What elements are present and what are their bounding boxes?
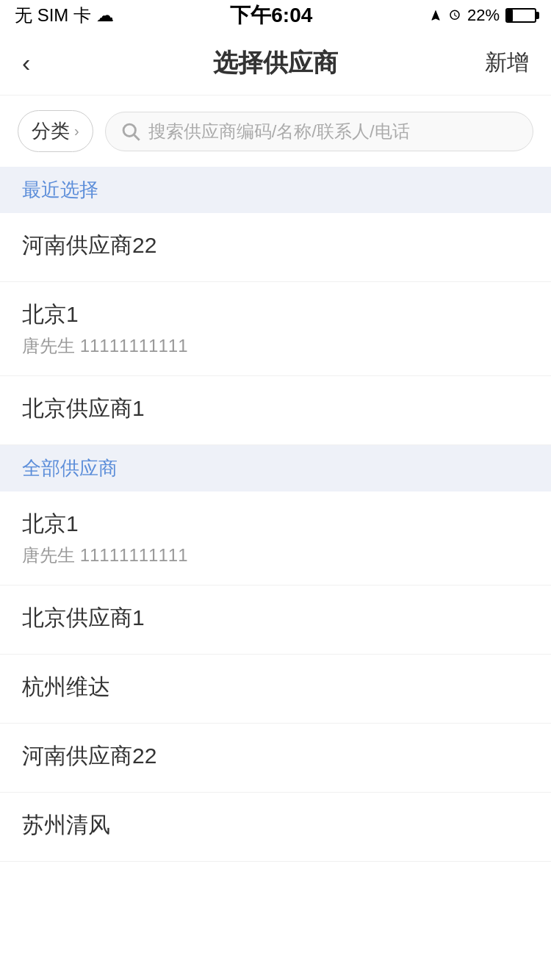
filter-row: 分类 › 搜索供应商编码/名称/联系人/电话	[0, 96, 551, 167]
item-name: 北京1	[22, 300, 529, 330]
status-bar: 无 SIM 卡 ☁ 下午6:04 22%	[0, 0, 551, 31]
all-items-list: 北京1 唐先生 11111111111 北京供应商1 杭州维达 河南供应商22 …	[0, 491, 551, 862]
search-placeholder: 搜索供应商编码/名称/联系人/电话	[148, 120, 410, 143]
list-item[interactable]: 北京1 唐先生 11111111111	[0, 282, 551, 376]
list-item[interactable]: 北京1 唐先生 11111111111	[0, 491, 551, 586]
list-item[interactable]: 河南供应商22	[0, 213, 551, 282]
nav-bar: ‹ 选择供应商 新增	[0, 31, 551, 96]
search-box[interactable]: 搜索供应商编码/名称/联系人/电话	[105, 112, 533, 151]
battery-icon	[505, 8, 536, 23]
item-name: 河南供应商22	[22, 741, 529, 771]
category-button[interactable]: 分类 ›	[18, 110, 93, 152]
chevron-right-icon: ›	[74, 123, 79, 140]
item-name: 北京供应商1	[22, 394, 529, 424]
item-name: 北京1	[22, 509, 529, 539]
add-button[interactable]: 新增	[485, 48, 529, 78]
category-label: 分类	[32, 118, 70, 144]
item-name: 河南供应商22	[22, 231, 529, 261]
svg-point-0	[123, 124, 135, 136]
item-name: 北京供应商1	[22, 603, 529, 633]
status-right: 22%	[429, 6, 536, 25]
list-item[interactable]: 河南供应商22	[0, 724, 551, 793]
page-title: 选择供应商	[213, 46, 338, 80]
item-name: 杭州维达	[22, 672, 529, 702]
battery-percent: 22%	[467, 6, 500, 25]
all-section-header: 全部供应商	[0, 445, 551, 491]
item-sub: 唐先生 11111111111	[22, 544, 529, 567]
location-icon	[429, 9, 442, 22]
back-button[interactable]: ‹	[22, 48, 66, 77]
recent-section-header: 最近选择	[0, 167, 551, 213]
recent-items-list: 河南供应商22 北京1 唐先生 11111111111 北京供应商1	[0, 213, 551, 445]
alarm-icon	[448, 9, 461, 22]
list-item[interactable]: 北京供应商1	[0, 586, 551, 655]
item-sub: 唐先生 11111111111	[22, 334, 529, 358]
list-item[interactable]: 北京供应商1	[0, 376, 551, 445]
list-item[interactable]: 杭州维达	[0, 655, 551, 724]
status-left: 无 SIM 卡 ☁	[15, 4, 114, 27]
list-item[interactable]: 苏州清风	[0, 793, 551, 862]
item-name: 苏州清风	[22, 810, 529, 840]
svg-line-1	[134, 134, 139, 140]
sim-text: 无 SIM 卡 ☁	[15, 4, 114, 27]
search-icon	[120, 121, 141, 142]
status-time: 下午6:04	[230, 1, 312, 29]
